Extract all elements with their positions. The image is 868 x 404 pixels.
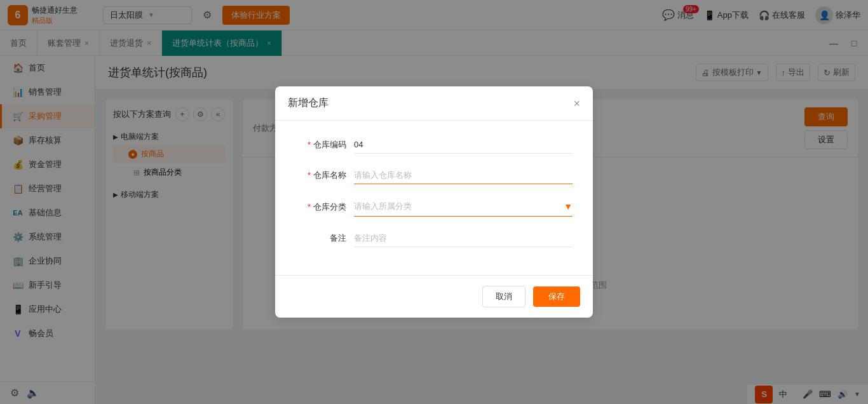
save-button[interactable]: 保存 [533,286,580,307]
modal-close-button[interactable]: × [573,98,580,109]
warehouse-name-row: 仓库名称 [295,166,573,184]
modal-title: 新增仓库 [288,97,329,110]
warehouse-name-input[interactable] [354,166,573,184]
warehouse-name-label: 仓库名称 [295,170,346,181]
add-warehouse-modal: 新增仓库 × 仓库编码 04 仓库名称 仓库分类 请输入所属分类 ▼ [275,86,593,318]
warehouse-category-placeholder: 请输入所属分类 [354,201,412,212]
warehouse-note-label: 备注 [295,232,346,244]
warehouse-code-value: 04 [354,136,573,154]
warehouse-note-input[interactable] [354,229,573,247]
warehouse-category-label: 仓库分类 [295,201,346,213]
warehouse-category-row: 仓库分类 请输入所属分类 ▼ [295,197,573,217]
modal-footer: 取消 保存 [275,275,593,318]
warehouse-code-label: 仓库编码 [295,139,346,151]
chevron-down-category-icon: ▼ [564,201,573,212]
warehouse-code-row: 仓库编码 04 [295,136,573,154]
modal-overlay[interactable]: 新增仓库 × 仓库编码 04 仓库名称 仓库分类 请输入所属分类 ▼ [0,0,868,404]
modal-header: 新增仓库 × [275,86,593,121]
warehouse-note-row: 备注 [295,229,573,247]
cancel-button[interactable]: 取消 [482,286,526,307]
modal-body: 仓库编码 04 仓库名称 仓库分类 请输入所属分类 ▼ 备注 [275,121,593,275]
warehouse-category-select[interactable]: 请输入所属分类 ▼ [354,197,573,217]
